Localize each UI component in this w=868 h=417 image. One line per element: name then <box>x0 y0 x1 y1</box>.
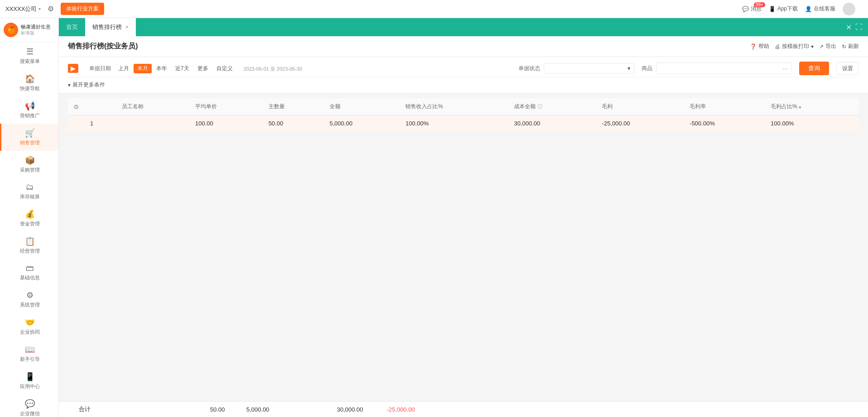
filter-settings-button[interactable]: 设置 <box>836 62 859 75</box>
expand-down-icon: ▾ <box>68 82 71 88</box>
expand-arrow-icon[interactable]: ▶ <box>68 64 78 73</box>
column-settings-icon[interactable]: ⚙ <box>73 103 79 110</box>
industry-button[interactable]: 体验行业方案 <box>61 3 104 15</box>
sidebar-item-purchase[interactable]: 📦 采购管理 <box>0 151 58 178</box>
purchase-label: 采购管理 <box>20 167 40 173</box>
sidebar-item-apps[interactable]: 📱 应用中心 <box>0 367 58 394</box>
tab-sales-ranking[interactable]: 销售排行榜 × <box>85 18 136 36</box>
date-tab-this-month[interactable]: 本月 <box>134 64 152 73</box>
sidebar-item-basic-info[interactable]: 🗃 基础信息 <box>0 259 58 286</box>
footer-total-label: 合计 <box>73 405 110 413</box>
goods-dots-icon[interactable]: ··· <box>782 65 788 72</box>
sales-label: 销售管理 <box>20 139 40 146</box>
table-row: 1 100.00 50.00 5,000.00 100.00% 30,000.0… <box>68 115 859 132</box>
app-label: App下载 <box>777 5 798 13</box>
tab-close-btn[interactable]: × <box>125 24 129 30</box>
date-tab-custom[interactable]: 自定义 <box>213 64 236 73</box>
top-right-area: 💬 消息 99+ 📱 App下载 👤 在线客服 <box>742 3 863 15</box>
help-button[interactable]: ❓ 帮助 <box>750 43 769 50</box>
top-bar: XXXXX公司 ▾ ⚙ 体验行业方案 💬 消息 99+ 📱 App下载 👤 在线… <box>0 0 868 18</box>
basic-info-icon: 🗃 <box>26 264 34 273</box>
expand-more-btn[interactable]: ▾ 展开更多条件 <box>68 77 859 89</box>
status-select[interactable]: ▾ <box>544 63 634 74</box>
expand-label: 展开更多条件 <box>72 81 105 89</box>
quick-nav-label: 快捷导航 <box>20 85 40 92</box>
goods-input[interactable]: ··· <box>656 62 792 74</box>
expand-toggle[interactable]: ▶ <box>68 64 78 73</box>
sidebar: 🍊 畅康通好生意 标准版 ☰ 搜索菜单 🏠 快捷导航 📢 营销推广 🛒 销售管理… <box>0 18 59 417</box>
main-layout: 🍊 畅康通好生意 标准版 ☰ 搜索菜单 🏠 快捷导航 📢 营销推广 🛒 销售管理… <box>0 18 868 417</box>
sidebar-item-cooperation[interactable]: 🤝 企业协同 <box>0 313 58 340</box>
guide-icon: 📖 <box>25 345 35 355</box>
settings-icon[interactable]: ⚙ <box>44 3 57 15</box>
company-selector[interactable]: XXXXX公司 ▾ <box>5 5 41 13</box>
footer-qty: 50.00 <box>205 406 241 413</box>
sidebar-item-quick-nav[interactable]: 🏠 快捷导航 <box>0 69 58 96</box>
print-icon: 🖨 <box>775 43 780 50</box>
tab-close-window-btn[interactable]: ✕ <box>846 23 852 32</box>
cooperation-label: 企业协同 <box>20 329 40 336</box>
marketing-icon: 📢 <box>25 101 35 111</box>
status-filter: 单据状态 ▾ <box>518 63 634 74</box>
cell-gross: -25,000.00 <box>596 115 684 132</box>
cost-info-icon: ⓘ <box>537 104 542 109</box>
cooperation-icon: 🤝 <box>25 317 35 327</box>
cell-settings <box>68 115 85 132</box>
cell-gross-pct: 100.00% <box>765 115 859 132</box>
basic-info-label: 基础信息 <box>20 274 40 281</box>
date-tab-more[interactable]: 更多 <box>194 64 212 73</box>
tab-maximize-btn[interactable]: ⛶ <box>855 23 863 31</box>
refresh-button[interactable]: ↻ 刷新 <box>842 43 859 50</box>
tab-home[interactable]: 首页 <box>59 18 85 36</box>
refresh-label: 刷新 <box>848 43 859 50</box>
table-footer: 合计 50.00 5,000.00 30,000.00 -25,000.00 <box>59 401 868 417</box>
goods-label: 商品 <box>642 65 652 72</box>
marketing-label: 营销推广 <box>20 112 40 119</box>
export-icon: ↗ <box>819 43 824 50</box>
date-filter: 单据日期 上月 本月 本年 近7天 更多 自定义 <box>89 64 236 73</box>
help-icon: ❓ <box>750 43 757 50</box>
export-button[interactable]: ↗ 导出 <box>819 43 836 50</box>
app-download-button[interactable]: 📱 App下载 <box>769 5 798 13</box>
export-label: 导出 <box>825 43 836 50</box>
sidebar-item-finance[interactable]: 💰 资金管理 <box>0 205 58 232</box>
purchase-icon: 📦 <box>25 155 35 165</box>
sidebar-item-system[interactable]: ⚙ 系统管理 <box>0 286 58 313</box>
sidebar-item-search-order[interactable]: ☰ 搜索菜单 <box>0 42 58 69</box>
app-icon: 📱 <box>769 6 776 12</box>
message-icon: 💬 <box>742 6 749 12</box>
sidebar-item-inventory[interactable]: 🗂 库存核算 <box>0 178 58 205</box>
online-service-button[interactable]: 👤 在线客服 <box>805 5 835 13</box>
logo-name: 畅康通好生意 <box>21 24 51 30</box>
col-amount: 全额 <box>324 98 400 115</box>
query-button[interactable]: 查询 <box>799 62 829 75</box>
date-tab-this-year[interactable]: 本年 <box>153 64 171 73</box>
page-actions: ❓ 帮助 🖨 按模板打印 ▾ ↗ 导出 ↻ 刷新 <box>750 43 859 50</box>
sidebar-item-marketing[interactable]: 📢 营销推广 <box>0 96 58 124</box>
tab-bar: 首页 销售排行榜 × ✕ ⛶ <box>59 18 868 36</box>
sidebar-item-guide[interactable]: 📖 新手引导 <box>0 340 58 367</box>
logo-text-area: 畅康通好生意 标准版 <box>21 24 51 36</box>
sidebar-item-operations[interactable]: 📋 经营管理 <box>0 232 58 259</box>
date-tab-last-month[interactable]: 上月 <box>115 64 133 73</box>
page-header: 销售排行榜(按业务员) ❓ 帮助 🖨 按模板打印 ▾ ↗ 导出 <box>59 36 868 57</box>
status-label: 单据状态 <box>518 65 540 72</box>
sales-icon: 🛒 <box>25 128 35 138</box>
cell-qty: 50.00 <box>263 115 324 132</box>
system-label: 系统管理 <box>20 302 40 308</box>
footer-gross: -25,000.00 <box>381 406 427 413</box>
print-chevron-icon: ▾ <box>811 43 814 50</box>
avatar[interactable] <box>843 3 855 15</box>
sidebar-item-sales[interactable]: 🛒 销售管理 <box>0 124 58 151</box>
content-area: 首页 销售排行榜 × ✕ ⛶ 销售排行榜(按业务员) ❓ 帮助 <box>59 18 868 417</box>
cell-cost: 30,000.00 <box>508 115 596 132</box>
print-button[interactable]: 🖨 按模板打印 ▾ <box>775 43 814 50</box>
col-avg-price: 平均单价 <box>190 98 263 115</box>
message-badge: 99+ <box>754 2 765 7</box>
sidebar-item-wechat[interactable]: 💬 企业微信 <box>0 394 58 417</box>
footer-cells: 合计 50.00 5,000.00 30,000.00 -25,000.00 <box>73 405 854 413</box>
message-button[interactable]: 💬 消息 99+ <box>742 5 762 13</box>
cell-avg-price: 100.00 <box>190 115 263 132</box>
quick-nav-icon: 🏠 <box>25 74 35 84</box>
date-tab-7days[interactable]: 近7天 <box>172 64 193 73</box>
